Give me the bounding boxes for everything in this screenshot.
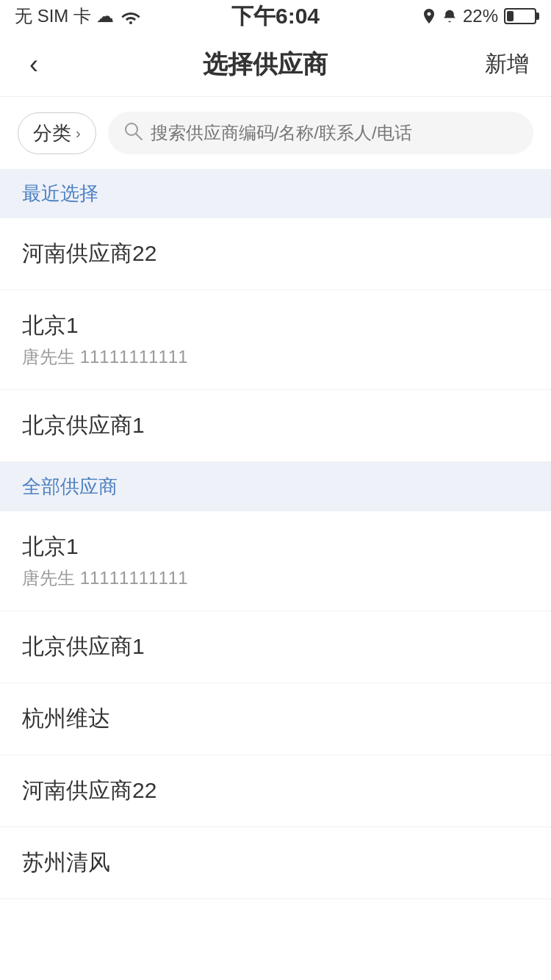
battery-icon: [504, 8, 536, 24]
list-item[interactable]: 北京1唐先生 11111111111: [0, 290, 551, 390]
list-item[interactable]: 北京供应商1: [0, 390, 551, 462]
item-name: 苏州清风: [22, 848, 529, 878]
recent-section-header: 最近选择: [0, 169, 551, 218]
location-icon: [422, 8, 436, 24]
list-item[interactable]: 苏州清风: [0, 827, 551, 899]
nav-bar: ‹ 选择供应商 新增: [0, 32, 551, 97]
battery-percent: 22%: [463, 6, 498, 26]
all-items-list: 北京1唐先生 11111111111北京供应商1杭州维达河南供应商22苏州清风: [0, 511, 551, 899]
status-right: 22%: [422, 6, 536, 26]
search-container: [108, 112, 533, 154]
category-label: 分类: [33, 120, 71, 146]
item-name: 河南供应商22: [22, 776, 529, 806]
search-input[interactable]: [151, 123, 519, 143]
list-item[interactable]: 河南供应商22: [0, 218, 551, 290]
item-name: 北京供应商1: [22, 632, 529, 662]
svg-line-1: [136, 134, 142, 140]
recent-section-label: 最近选择: [22, 182, 98, 204]
no-sim-label: 无 SIM 卡 ☁: [15, 4, 114, 28]
alarm-icon: [442, 8, 457, 24]
add-button[interactable]: 新增: [485, 49, 529, 79]
item-name: 河南供应商22: [22, 239, 529, 269]
item-contact: 唐先生 11111111111: [22, 566, 529, 590]
chevron-right-icon: ›: [76, 125, 81, 142]
list-item[interactable]: 北京1唐先生 11111111111: [0, 511, 551, 611]
filter-bar: 分类 ›: [0, 97, 551, 169]
item-contact: 唐先生 11111111111: [22, 345, 529, 369]
wifi-icon: [120, 8, 142, 24]
item-name: 北京1: [22, 311, 529, 341]
search-icon: [123, 120, 143, 145]
item-name: 北京供应商1: [22, 411, 529, 441]
item-name: 杭州维达: [22, 704, 529, 734]
recent-items-list: 河南供应商22北京1唐先生 11111111111北京供应商1: [0, 218, 551, 462]
item-name: 北京1: [22, 532, 529, 562]
all-section-header: 全部供应商: [0, 462, 551, 511]
list-item[interactable]: 河南供应商22: [0, 755, 551, 827]
list-item[interactable]: 北京供应商1: [0, 611, 551, 683]
list-item[interactable]: 杭州维达: [0, 683, 551, 755]
status-left: 无 SIM 卡 ☁: [15, 4, 142, 28]
status-bar: 无 SIM 卡 ☁ 下午6:04 22%: [0, 0, 551, 32]
category-button[interactable]: 分类 ›: [18, 112, 96, 154]
back-button[interactable]: ‹: [22, 42, 46, 87]
page-title: 选择供应商: [203, 48, 328, 82]
status-time: 下午6:04: [231, 1, 320, 32]
all-section-label: 全部供应商: [22, 475, 118, 497]
